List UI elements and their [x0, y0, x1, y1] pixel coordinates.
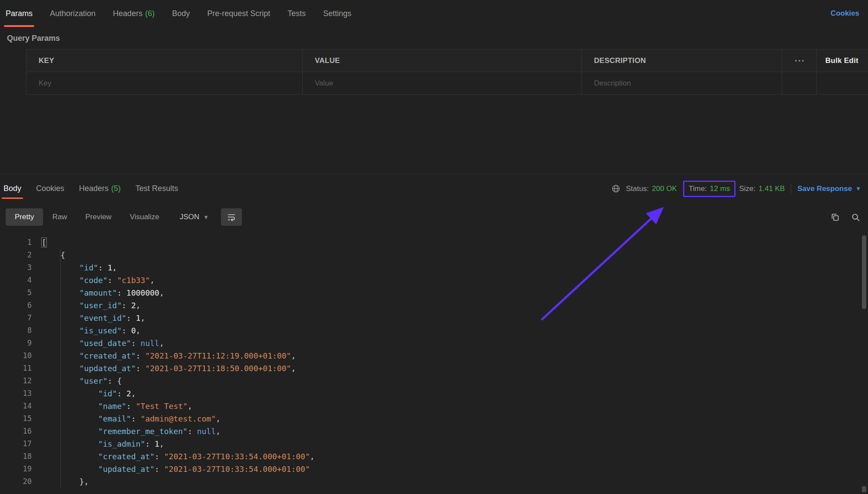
params-table-input-row [26, 72, 868, 94]
save-response-button[interactable]: Save Response ▼ [797, 184, 861, 193]
tab-settings[interactable]: Settings [323, 0, 351, 27]
copy-button[interactable] [831, 213, 840, 222]
time-value: 12 ms [710, 184, 730, 193]
tab-headers-count: (6) [145, 9, 155, 18]
tab-authorization[interactable]: Authorization [50, 0, 96, 27]
code-line: "code": "c1b33", [42, 274, 315, 287]
request-body-area [0, 95, 868, 174]
code-line: "updated_at": "2021-03-27T10:33:54.000+0… [42, 463, 315, 475]
size-label: Size: [739, 184, 756, 193]
tab-params[interactable]: Params [6, 0, 33, 27]
code-line: "is_admin": 1, [42, 438, 315, 450]
code-line: }, [42, 475, 315, 488]
tab-headers[interactable]: Headers (6) [113, 0, 155, 27]
more-options-button[interactable] [782, 49, 817, 72]
wrap-text-icon [227, 212, 236, 222]
response-meta: Status: 200 OK Time: 12 ms Size: 1.41 KB… [611, 174, 861, 203]
code-line: "event_id": 1, [42, 312, 315, 324]
view-pretty-button[interactable]: Pretty [6, 208, 43, 226]
tab-authorization-label: Authorization [50, 9, 96, 18]
tab-body[interactable]: Body [172, 0, 190, 27]
query-params-table: KEY VALUE DESCRIPTION Bulk Edit [26, 49, 868, 95]
line-number: 1 [0, 236, 32, 249]
save-response-label: Save Response [797, 184, 852, 193]
response-tab-bar: Body Cookies Headers (5) Test Results St… [0, 174, 868, 203]
key-input[interactable] [39, 79, 281, 88]
line-number: 8 [0, 324, 32, 337]
tab-params-label: Params [6, 9, 33, 18]
query-params-title: Query Params [0, 27, 868, 49]
view-preview-button[interactable]: Preview [76, 208, 120, 226]
line-number: 13 [0, 387, 32, 400]
search-button[interactable] [851, 213, 860, 222]
network-globe-icon[interactable] [611, 184, 620, 193]
line-number: 6 [0, 299, 32, 312]
vertical-scrollbar-thumb[interactable] [862, 235, 866, 309]
column-header-value: VALUE [303, 49, 582, 72]
tab-tests[interactable]: Tests [287, 0, 306, 27]
line-number: 7 [0, 312, 32, 324]
copy-icon [831, 213, 840, 222]
code-line: "remember_me_token": null, [42, 425, 315, 438]
line-number: 10 [0, 349, 32, 362]
code-line: "updated_at": "2021-03-27T11:18:50.000+0… [42, 362, 315, 375]
request-tab-bar: Params Authorization Headers (6) Body Pr… [0, 0, 868, 27]
line-number: 14 [0, 400, 32, 412]
cookies-link[interactable]: Cookies [831, 0, 859, 27]
code-line: "is_used": 0, [42, 324, 315, 337]
response-tab-cookies-label: Cookies [36, 184, 64, 193]
line-number: 16 [0, 425, 32, 438]
tab-headers-label: Headers [113, 9, 142, 18]
response-tab-body[interactable]: Body [3, 174, 21, 203]
toolbar-right-icons [831, 213, 860, 222]
line-number: 4 [0, 274, 32, 287]
column-header-description: DESCRIPTION [582, 49, 782, 72]
meta-separator [791, 184, 791, 194]
view-raw-button[interactable]: Raw [43, 208, 76, 226]
response-toolbar: Pretty Raw Preview Visualize JSON ▼ [0, 203, 868, 231]
more-options-icon [795, 59, 804, 62]
response-tab-test-results[interactable]: Test Results [135, 174, 178, 203]
code-line: "used_date": null, [42, 337, 315, 349]
code-line: "id": 1, [42, 261, 315, 274]
tab-body-label: Body [172, 9, 190, 18]
response-body-viewer: 1234567891011121314151617181920 [ { "id"… [0, 231, 868, 494]
params-table-header: KEY VALUE DESCRIPTION Bulk Edit [26, 49, 868, 72]
chevron-down-icon: ▼ [203, 214, 209, 221]
description-input[interactable] [594, 79, 766, 88]
code-line: "created_at": "2021-03-27T10:33:54.000+0… [42, 450, 315, 463]
status-value: 200 OK [652, 184, 677, 193]
line-number: 12 [0, 375, 32, 387]
line-number: 19 [0, 463, 32, 475]
column-header-key: KEY [26, 49, 303, 72]
view-visualize-button[interactable]: Visualize [121, 208, 168, 226]
format-dropdown[interactable]: JSON ▼ [180, 213, 209, 221]
bulk-edit-button[interactable]: Bulk Edit [825, 56, 858, 65]
annotation-box-time: Time: 12 ms [683, 181, 736, 197]
code-line: "email": "admin@test.com", [42, 412, 315, 425]
time-label: Time: [689, 184, 707, 193]
line-number: 9 [0, 337, 32, 349]
line-number: 2 [0, 249, 32, 261]
line-number: 5 [0, 287, 32, 299]
tab-pre-request-script[interactable]: Pre-request Script [207, 0, 270, 27]
line-number: 11 [0, 362, 32, 375]
response-tab-cookies[interactable]: Cookies [36, 174, 64, 203]
code-content: [ { "id": 1, "code": "c1b33", "amount": … [32, 236, 315, 494]
code-line: "created_at": "2021-03-27T11:12:19.000+0… [42, 349, 315, 362]
wrap-text-button[interactable] [221, 208, 242, 226]
response-tab-headers-label: Headers [79, 184, 109, 193]
code-line: { [42, 249, 315, 261]
line-number: 17 [0, 438, 32, 450]
size-value: 1.41 KB [759, 184, 785, 193]
response-tab-headers-count: (5) [111, 184, 121, 193]
indent-guide [60, 249, 61, 488]
response-tab-headers[interactable]: Headers (5) [79, 174, 121, 203]
response-tab-test-results-label: Test Results [135, 184, 178, 193]
chevron-down-icon: ▼ [855, 185, 861, 192]
value-input[interactable] [315, 79, 560, 88]
tab-pre-request-script-label: Pre-request Script [207, 9, 270, 18]
code-line: "amount": 1000000, [42, 287, 315, 299]
code-gutter: 1234567891011121314151617181920 [0, 236, 32, 494]
line-number: 15 [0, 412, 32, 425]
